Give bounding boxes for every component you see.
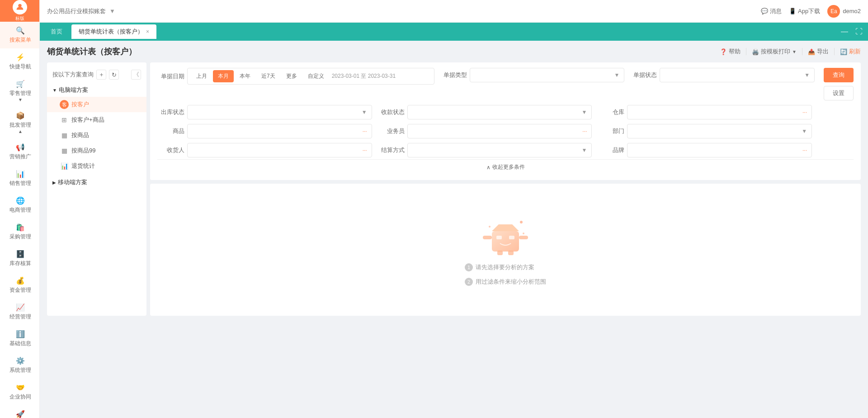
status-filter-control[interactable]: ▼ [660,68,815,82]
right-area: 单据日期 上月 本月 本年 近7天 更多 自定义 2023-03-01 至 20… [150,62,861,316]
goods-more-icon: ··· [363,128,367,134]
settings-btn[interactable]: 设置 [824,86,854,100]
help-btn[interactable]: ❓ 帮助 [720,48,741,56]
tree-item-by-goods-99[interactable]: ▦ 按商品99 [47,143,146,158]
refresh-scheme-btn[interactable]: ↻ [109,70,119,80]
add-scheme-btn[interactable]: ＋ [96,70,106,80]
salesperson-more-icon: ··· [582,128,587,134]
hint-num-2: 2 [465,278,473,286]
company-selector-arrow[interactable]: ▼ [109,8,115,14]
sidebar-item-quicknav[interactable]: ⚡ 快捷导航 [0,48,39,75]
svg-rect-10 [508,251,514,255]
help-label: 帮助 [729,48,741,56]
mobile-group: ▶ 移动端方案 [47,176,146,191]
top-header-right: 💬 消息 📱 App下载 Ea demo2 [761,5,861,18]
hint-text-1: 请先选择要分析的方案 [476,263,534,271]
salesperson-control[interactable]: ··· [407,124,592,138]
sidebar-quicknav-label: 快捷导航 [9,63,31,71]
receiver-control[interactable]: ··· [187,143,372,157]
type-filter-group: 单据类型 ▼ [440,68,625,82]
receiver-group: 收货人 ··· [157,143,372,157]
tab-expand-icon[interactable]: ⛶ [854,27,864,37]
user-menu[interactable]: Ea demo2 [827,5,861,18]
sidebar-item-system[interactable]: ⚙️ 系统管理 [0,352,39,379]
message-btn[interactable]: 💬 消息 [761,7,782,15]
help-icon: ❓ [720,48,727,55]
date-btn-7days[interactable]: 近7天 [256,70,280,82]
refresh-btn[interactable]: 🔄 刷新 [840,48,861,56]
svg-point-5 [489,226,491,228]
sidebar-item-inventory[interactable]: 🗄️ 库存核算 [0,245,39,272]
hint-text-2: 用过滤条件来缩小分析范围 [476,278,546,286]
purchase-icon: 🛍️ [16,223,25,232]
company-selector-label[interactable]: 办公用品行业模拟账套 [47,7,106,15]
collapse-bar[interactable]: ∧ 收起更多条件 [157,159,854,175]
goods-control[interactable]: ··· [187,124,372,138]
status-filter-group: 单据状态 ▼ [630,68,815,82]
warehouse-control[interactable]: ··· [627,105,812,119]
tab-home[interactable]: 首页 [43,24,70,39]
settle-control[interactable]: ▼ [407,143,592,157]
date-btn-custom[interactable]: 自定义 [303,70,329,82]
logo-text: 标版 [15,15,24,22]
out-status-control[interactable]: ▼ [187,105,372,119]
receive-status-group: 收款状态 ▼ [377,105,592,119]
empty-hint-1: 1 请先选择要分析的方案 [465,263,546,271]
cooperation-icon: 🤝 [16,383,25,392]
brand-control[interactable]: ··· [627,143,812,157]
sidebar-item-marketing[interactable]: 📢 营销推广 [0,138,39,165]
print-btn[interactable]: 🖨️ 按模板打印 ▼ [752,48,797,56]
sidebar-finance-label: 资金管理 [9,286,31,294]
mobile-group-header[interactable]: ▶ 移动端方案 [47,176,146,189]
divider-3 [834,48,835,55]
sidebar-item-basicinfo[interactable]: ℹ️ 基础信息 [0,325,39,352]
returns-label: 退货统计 [71,162,95,170]
dept-arrow: ▼ [802,128,807,134]
tree-item-by-goods[interactable]: ▦ 按商品 [47,128,146,143]
date-btn-thismonth[interactable]: 本月 [213,70,234,82]
sidebar-item-wholesale[interactable]: 📦 批发管理 ▲ [0,107,39,138]
sidebar-wholesale-label: 批发管理 [9,121,31,129]
svg-rect-2 [496,236,502,239]
salesperson-label: 业务员 [377,127,405,135]
wholesale-expand-icon: ▲ [18,129,23,134]
tab-close-icon[interactable]: × [146,28,149,35]
desktop-group-header[interactable]: ▼ 电脑端方案 [47,83,146,97]
receive-status-control[interactable]: ▼ [407,105,592,119]
newguide-icon: 🚀 [16,410,25,418]
desktop-group-label: 电脑端方案 [59,86,88,94]
empty-state-hints: 1 请先选择要分析的方案 2 用过滤条件来缩小分析范围 [465,263,546,289]
tree-item-by-customer-goods[interactable]: ⊞ 按客户+商品 [47,112,146,128]
sidebar-item-newguide[interactable]: 🚀 新手引导 [0,405,39,418]
out-status-arrow: ▼ [362,109,367,115]
tab-minimize-icon[interactable]: — [839,27,850,37]
export-icon: 📤 [808,48,815,55]
sidebar-item-search[interactable]: 🔍 搜索菜单 [0,22,39,48]
query-btn[interactable]: 查询 [824,68,854,82]
divider-1 [746,48,746,55]
tab-customer-stats[interactable]: 销货单统计表（按客户） × [71,24,156,39]
sidebar-item-finance[interactable]: 💰 资金管理 [0,272,39,299]
collapse-left-btn[interactable]: 《 [131,70,141,80]
sidebar-item-cooperation[interactable]: 🤝 企业协同 [0,379,39,405]
sidebar-item-sales[interactable]: 📊 销售管理 [0,165,39,192]
export-btn[interactable]: 📤 导出 [808,48,829,56]
date-btn-more[interactable]: 更多 [281,70,302,82]
status-dropdown-arrow: ▼ [804,72,810,78]
dept-control[interactable]: ▼ [627,124,812,138]
date-btn-thisyear[interactable]: 本年 [235,70,255,82]
sidebar-item-ecommerce[interactable]: 🌐 电商管理 [0,192,39,218]
sidebar-ecommerce-label: 电商管理 [9,206,31,214]
by-customer-icon: 客 [60,100,69,109]
app-download-icon: 📱 [789,8,796,14]
sidebar-item-operations[interactable]: 📈 经营管理 [0,299,39,325]
sidebar-item-purchase[interactable]: 🛍️ 采购管理 [0,218,39,245]
date-btn-lastmonth[interactable]: 上月 [191,70,212,82]
sidebar-item-retail[interactable]: 🛒 零售管理 ▼ [0,75,39,107]
tree-item-by-customer[interactable]: 客 按客户 [47,97,146,112]
date-filter-control[interactable]: 上月 本月 本年 近7天 更多 自定义 2023-03-01 至 2023-03… [187,68,434,85]
print-dropdown-icon[interactable]: ▼ [792,49,797,54]
app-download-btn[interactable]: 📱 App下载 [789,7,820,15]
type-filter-control[interactable]: ▼ [470,68,625,82]
tree-item-returns[interactable]: 📊 退货统计 [47,158,146,174]
